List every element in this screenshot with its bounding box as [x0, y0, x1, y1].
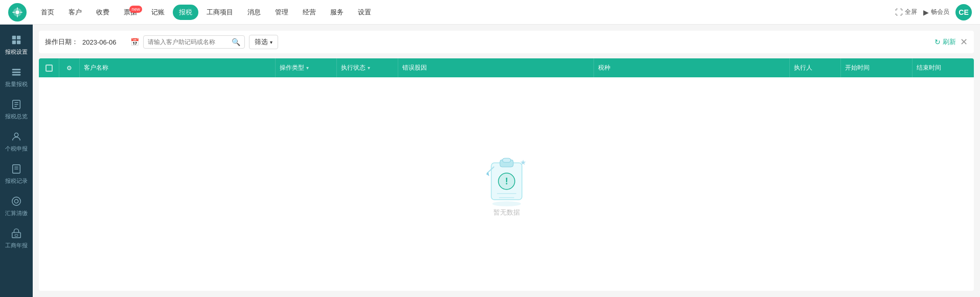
svg-rect-2 — [12, 40, 16, 44]
member-btn[interactable]: ▶ 畅会员 — [923, 8, 949, 16]
svg-rect-17 — [12, 232, 21, 238]
settings-icon: ⚙ — [66, 65, 72, 72]
svg-rect-4 — [12, 69, 21, 71]
sidebar: 报税设置 批量报税 报税总览 — [0, 25, 33, 297]
sidebar-item-annual-report[interactable]: 工商年报 — [0, 222, 33, 254]
refresh-label: 刷新 — [943, 37, 956, 47]
search-input[interactable] — [148, 38, 230, 46]
th-tax-type: 税种 — [594, 58, 790, 77]
personal-tax-icon — [10, 131, 22, 143]
date-input[interactable]: 2023-06-06 — [82, 38, 128, 46]
svg-rect-6 — [12, 74, 21, 76]
tax-summary-icon — [10, 98, 22, 111]
nav-home[interactable]: 首页 — [35, 5, 60, 20]
sidebar-item-personal-tax[interactable]: 个税申报 — [0, 125, 33, 158]
svg-rect-3 — [17, 40, 20, 44]
annual-report-icon — [10, 227, 22, 240]
top-nav: 首页 客户 收费 票据 new 记账 报税 工商项目 消息 管理 经营 服务 设… — [0, 0, 980, 25]
exec-status-sort-icon: ▾ — [368, 65, 370, 71]
svg-point-11 — [14, 133, 18, 137]
sidebar-item-settlement[interactable]: 汇算清缴 — [0, 190, 33, 222]
sidebar-label-settlement: 汇算清缴 — [5, 209, 28, 217]
svg-rect-5 — [12, 72, 21, 73]
tax-record-icon — [10, 163, 22, 175]
sidebar-item-tax-record[interactable]: 报税记录 — [0, 158, 33, 190]
end-time-label: 结束时间 — [917, 63, 941, 72]
sidebar-label-annual-report: 工商年报 — [5, 242, 28, 249]
th-op-type[interactable]: 操作类型 ▾ — [276, 58, 337, 77]
th-end-time: 结束时间 — [913, 58, 974, 77]
sidebar-label-tax-summary: 报税总览 — [5, 113, 28, 120]
start-time-label: 开始时间 — [845, 63, 870, 72]
th-exec-status[interactable]: 执行状态 ▾ — [337, 58, 398, 77]
svg-point-16 — [14, 199, 18, 203]
sidebar-item-tax-summary[interactable]: 报税总览 — [0, 93, 33, 125]
toolbar: 操作日期： 2023-06-06 📅 🔍 筛选 ▾ ↻ 刷新 ✕ — [39, 31, 974, 53]
error-reason-label: 错误股因 — [402, 63, 427, 72]
member-label: 畅会员 — [931, 8, 949, 16]
tax-type-label: 税种 — [598, 63, 610, 72]
nav-manage[interactable]: 管理 — [269, 5, 294, 20]
empty-state: ! ★ 暂无数据 — [39, 77, 974, 291]
th-settings[interactable]: ⚙ — [59, 58, 80, 77]
filter-chevron-icon: ▾ — [270, 39, 272, 45]
svg-marker-28 — [486, 172, 489, 176]
fullscreen-label: 全屏 — [905, 8, 917, 16]
fullscreen-icon: ⛶ — [895, 8, 903, 16]
th-client-name: 客户名称 — [80, 58, 276, 77]
sidebar-label-tax-record: 报税记录 — [5, 177, 28, 185]
search-icon: 🔍 — [232, 38, 240, 46]
svg-rect-22 — [503, 158, 511, 162]
nav-business[interactable]: 工商项目 — [200, 5, 239, 20]
svg-rect-1 — [17, 36, 20, 39]
search-box[interactable]: 🔍 — [143, 35, 245, 49]
svg-point-15 — [12, 197, 21, 206]
sidebar-item-batch-tax[interactable]: 批量报税 — [0, 61, 33, 93]
svg-rect-0 — [12, 36, 16, 39]
close-button[interactable]: ✕ — [960, 37, 968, 47]
nav-invoice[interactable]: 票据 new — [118, 5, 143, 20]
calendar-icon: 📅 — [130, 38, 139, 46]
nav-menu: 首页 客户 收费 票据 new 记账 报税 工商项目 消息 管理 经营 服务 设… — [35, 5, 895, 20]
op-type-sort-icon: ▾ — [306, 65, 309, 71]
filter-button[interactable]: 筛选 ▾ — [249, 35, 278, 49]
nav-accounting[interactable]: 记账 — [145, 5, 171, 20]
nav-settings[interactable]: 设置 — [352, 5, 377, 20]
app-logo[interactable] — [8, 3, 27, 22]
date-label: 操作日期： — [45, 37, 78, 47]
nav-tax[interactable]: 报税 — [173, 5, 198, 20]
nav-right: ⛶ 全屏 ▶ 畅会员 CE — [895, 4, 972, 20]
th-checkbox[interactable] — [39, 58, 59, 77]
th-start-time: 开始时间 — [841, 58, 913, 77]
refresh-icon: ↻ — [935, 38, 941, 46]
tax-settings-icon — [10, 34, 22, 46]
nav-message[interactable]: 消息 — [241, 5, 267, 20]
video-icon: ▶ — [923, 8, 929, 16]
exec-status-label: 执行状态 — [341, 63, 366, 72]
nav-fee[interactable]: 收费 — [90, 5, 116, 20]
filter-label: 筛选 — [255, 37, 268, 47]
fullscreen-btn[interactable]: ⛶ 全屏 — [895, 8, 917, 16]
content-area: 操作日期： 2023-06-06 📅 🔍 筛选 ▾ ↻ 刷新 ✕ — [33, 25, 980, 297]
sidebar-label-tax-settings: 报税设置 — [5, 48, 28, 56]
client-name-label: 客户名称 — [84, 63, 108, 72]
svg-point-19 — [492, 201, 521, 206]
svg-rect-18 — [15, 235, 18, 237]
select-all-checkbox[interactable] — [45, 65, 53, 72]
executor-label: 执行人 — [794, 63, 812, 72]
empty-text: 暂无数据 — [493, 208, 520, 217]
op-type-label: 操作类型 — [280, 63, 304, 72]
th-error-reason: 错误股因 — [398, 58, 594, 77]
user-avatar[interactable]: CE — [955, 4, 972, 20]
nav-service[interactable]: 服务 — [324, 5, 350, 20]
empty-illustration: ! ★ — [481, 152, 532, 208]
refresh-button[interactable]: ↻ 刷新 — [935, 37, 956, 47]
sidebar-label-personal-tax: 个税申报 — [5, 145, 28, 153]
nav-operation[interactable]: 经营 — [297, 5, 322, 20]
main-layout: 报税设置 批量报税 报税总览 — [0, 25, 980, 297]
sidebar-label-batch-tax: 批量报税 — [5, 80, 28, 88]
svg-text:!: ! — [505, 176, 508, 186]
date-picker[interactable]: 2023-06-06 📅 — [82, 38, 139, 46]
nav-client[interactable]: 客户 — [62, 5, 88, 20]
sidebar-item-tax-settings[interactable]: 报税设置 — [0, 29, 33, 61]
